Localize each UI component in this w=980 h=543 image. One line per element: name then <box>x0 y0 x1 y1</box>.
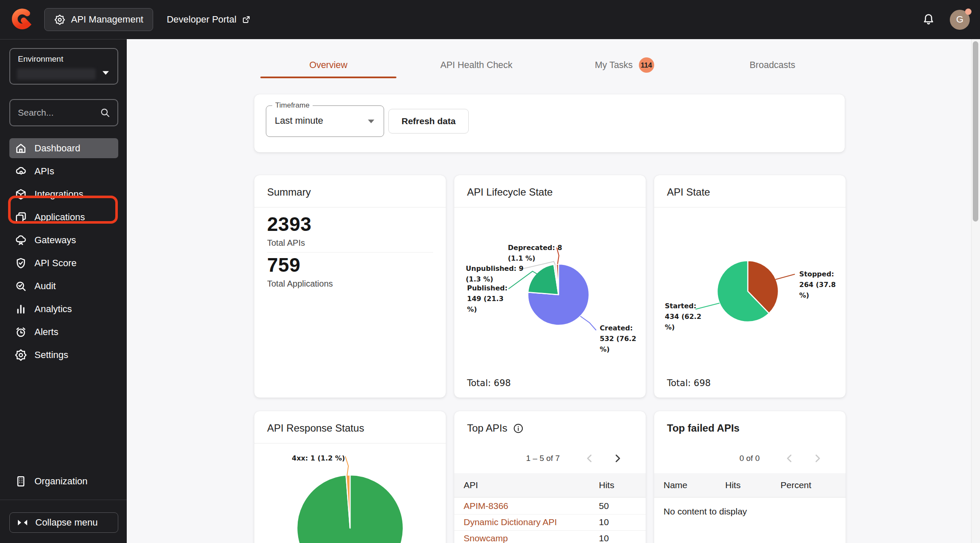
layers-icon <box>14 211 27 224</box>
leader-line-created <box>581 316 596 330</box>
lifecycle-total: Total: 698 <box>467 378 511 388</box>
developer-portal-link[interactable]: Developer Portal <box>167 14 251 25</box>
building-icon <box>14 475 27 488</box>
tab-bar: OverviewAPI Health CheckMy Tasks114Broad… <box>254 52 846 78</box>
tab-overview[interactable]: Overview <box>254 52 402 78</box>
timeframe-card: Timeframe Last minute Refresh data <box>254 94 845 152</box>
developer-portal-label: Developer Portal <box>167 14 236 25</box>
tab-my-tasks[interactable]: My Tasks114 <box>550 52 698 78</box>
pie-label-created: Created: 532 (76.2 %) <box>600 323 645 355</box>
sidebar-item-settings[interactable]: Settings <box>9 345 118 365</box>
notifications-bell-icon[interactable] <box>922 13 935 26</box>
pagination-next-button[interactable] <box>808 449 827 468</box>
sidebar-item-integrations[interactable]: Integrations <box>9 184 118 204</box>
hits-value: 10 <box>599 514 609 530</box>
table-row: Dynamic Dictionary API10 <box>454 514 646 531</box>
refresh-data-button[interactable]: Refresh data <box>388 109 469 134</box>
pagination-prev-button[interactable] <box>780 449 799 468</box>
response-title: API Response Status <box>267 422 364 434</box>
pagination-range: 1 – 5 of 7 <box>526 443 560 473</box>
sidebar-item-audit[interactable]: Audit <box>9 276 118 296</box>
api-link[interactable]: APIM-8366 <box>464 498 508 514</box>
pie-label-deprecated: Deprecated: 8 (1.1 %) <box>508 243 572 264</box>
main-content: OverviewAPI Health CheckMy Tasks114Broad… <box>127 39 980 543</box>
avatar-status-dot <box>965 9 971 15</box>
sidebar-item-apis[interactable]: APIs <box>9 161 118 181</box>
environment-value-redacted <box>17 68 96 80</box>
tab-broadcasts[interactable]: Broadcasts <box>698 52 846 78</box>
sidebar-item-api-score[interactable]: API Score <box>9 253 118 273</box>
empty-message: No content to display <box>664 506 747 517</box>
column-hits: Hits <box>725 473 741 497</box>
timeframe-label: Timeframe <box>272 101 313 110</box>
info-icon[interactable] <box>513 423 524 434</box>
cloud-gear-icon <box>14 165 27 178</box>
alarm-icon <box>14 326 27 338</box>
pagination-next-button[interactable] <box>608 449 627 468</box>
state-total: Total: 698 <box>667 378 711 388</box>
state-title: API State <box>667 186 710 198</box>
search-input[interactable] <box>17 107 95 118</box>
state-pie-body: Stopped: 264 (37.8 %)Started: 434 (62.2 … <box>654 207 846 398</box>
top-failed-paginator: 0 of 0 <box>654 443 846 474</box>
sidebar-item-gateways[interactable]: Gateways <box>9 230 118 250</box>
summary-card: Summary 2393 Total APIs 759 Total Applic… <box>254 175 446 398</box>
sidebar-item-analytics[interactable]: Analytics <box>9 299 118 319</box>
scrollbar-track[interactable] <box>971 39 980 543</box>
api-link[interactable]: Dynamic Dictionary API <box>464 514 557 530</box>
divider <box>267 252 433 253</box>
top-apis-title: Top APIs <box>467 422 507 434</box>
api-response-status-card: API Response Status 4xx: 1 (1.2 %) <box>254 411 446 543</box>
environment-label: Environment <box>18 54 63 64</box>
column-hits: Hits <box>599 473 614 497</box>
timeframe-select[interactable]: Timeframe Last minute <box>266 105 384 137</box>
sidebar: Environment DashboardAPIsIntegrationsApp… <box>0 39 127 543</box>
sidebar-item-label: Audit <box>34 281 56 292</box>
search-icon <box>100 107 111 118</box>
topbar-actions: G <box>922 10 970 30</box>
sidebar-item-applications[interactable]: Applications <box>9 207 118 227</box>
pagination-prev-button[interactable] <box>580 449 599 468</box>
collapse-menu-label: Collapse menu <box>35 517 98 528</box>
collapse-menu-button[interactable]: Collapse menu <box>9 512 118 533</box>
top-apis-card: Top APIs 1 – 5 of 7 API Hits <box>454 411 646 543</box>
sidebar-item-organization[interactable]: Organization <box>9 472 118 491</box>
api-link[interactable]: Snowcamp <box>464 530 508 543</box>
top-apis-paginator: 1 – 5 of 7 <box>454 443 646 474</box>
top-failed-apis-card: Top failed APIs 0 of 0 Name Hits Percent… <box>654 411 846 543</box>
table-row: APIM-836650 <box>454 498 646 515</box>
total-apis-value: 2393 <box>267 213 311 236</box>
sidebar-divider <box>0 500 127 500</box>
sidebar-search[interactable] <box>9 99 118 126</box>
scrollbar-thumb[interactable] <box>973 41 978 222</box>
sidebar-item-label: Analytics <box>34 304 72 315</box>
tab-label: Overview <box>309 60 348 71</box>
sidebar-item-label: Applications <box>34 212 85 223</box>
user-avatar[interactable]: G <box>950 10 970 30</box>
environment-select[interactable]: Environment <box>9 48 118 85</box>
timeframe-value: Last minute <box>275 115 323 126</box>
sidebar-item-label: Dashboard <box>34 143 80 154</box>
sidebar-item-alerts[interactable]: Alerts <box>9 322 118 342</box>
tab-badge: 114 <box>639 57 654 73</box>
organization-label: Organization <box>34 476 88 487</box>
pie-label-unpublished: Unpublished: 9 (1.3 %) <box>466 264 536 285</box>
table-row: Snowcamp10 <box>454 530 646 543</box>
gravitee-logo[interactable] <box>10 8 33 31</box>
column-api: API <box>464 473 478 497</box>
column-percent: Percent <box>781 473 811 497</box>
sidebar-item-dashboard[interactable]: Dashboard <box>9 138 118 158</box>
api-management-badge[interactable]: API Management <box>44 8 153 31</box>
total-apis-label: Total APIs <box>267 238 305 248</box>
column-name: Name <box>664 473 687 497</box>
pie-label-4xx: 4xx: 1 (1.2 %) <box>292 453 381 464</box>
lifecycle-title: API Lifecycle State <box>467 186 553 198</box>
sidebar-item-label: Gateways <box>34 235 76 246</box>
top-apis-table-header: API Hits <box>454 473 646 498</box>
caret-down-icon <box>103 71 109 75</box>
tab-api-health-check[interactable]: API Health Check <box>402 52 550 78</box>
sidebar-nav: DashboardAPIsIntegrationsApplicationsGat… <box>9 138 118 368</box>
tab-label: API Health Check <box>440 60 513 71</box>
total-applications-label: Total Applications <box>267 279 333 289</box>
sidebar-item-label: Alerts <box>34 327 58 338</box>
